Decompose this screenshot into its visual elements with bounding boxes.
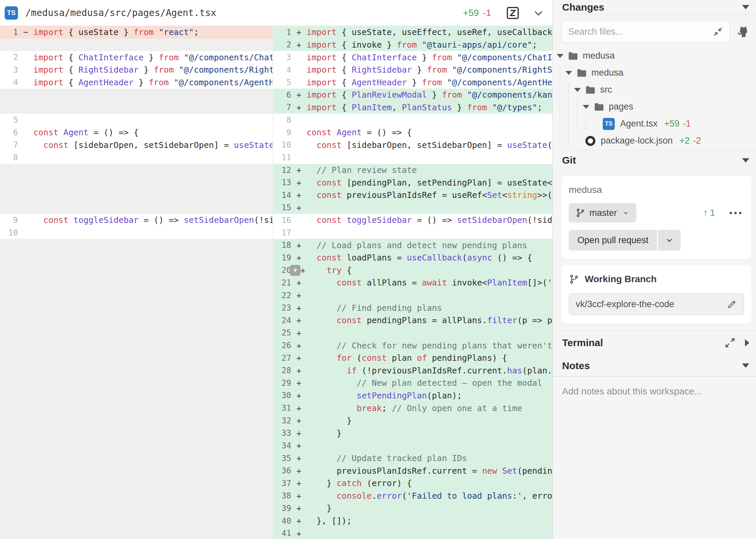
cat-icon[interactable] bbox=[735, 24, 751, 39]
line-number[interactable]: 35 bbox=[273, 454, 291, 463]
terminal-section-header[interactable]: Terminal bbox=[553, 330, 756, 355]
line-number[interactable]: 27 bbox=[273, 353, 291, 363]
more-options-button[interactable] bbox=[730, 212, 741, 214]
diff-line[interactable]: 1−import { useState } from "react"; bbox=[0, 26, 273, 39]
line-number[interactable]: 20 bbox=[273, 266, 291, 275]
collapse-tree-icon[interactable] bbox=[712, 26, 724, 37]
search-box[interactable] bbox=[561, 21, 730, 43]
line-number[interactable]: 15 bbox=[273, 203, 291, 212]
line-number[interactable]: 16 bbox=[273, 216, 291, 225]
line-number[interactable]: 28 bbox=[273, 366, 291, 375]
caret-down-icon[interactable] bbox=[557, 54, 563, 58]
line-number[interactable]: 37 bbox=[273, 479, 291, 488]
working-branch-field[interactable]: vk/3ccf-explore-the-code bbox=[569, 293, 744, 315]
diff-line[interactable]: 17 bbox=[273, 227, 552, 239]
diff-line[interactable]: 9 const toggleSidebar = () => setSidebar… bbox=[0, 214, 273, 227]
line-number[interactable]: 6 bbox=[273, 90, 291, 100]
line-number[interactable]: 9 bbox=[273, 128, 291, 137]
line-number[interactable]: 39 bbox=[273, 504, 291, 513]
tree-item-medusa[interactable]: medusa bbox=[557, 47, 751, 64]
diff-line[interactable]: 6const Agent = () => { bbox=[0, 126, 273, 139]
diff-line[interactable]: 12+ // Plan review state bbox=[273, 164, 552, 177]
line-number[interactable]: 22 bbox=[273, 291, 291, 300]
diff-line[interactable]: 4import { RightSidebar } from "@/compone… bbox=[273, 64, 552, 76]
line-number[interactable]: 10 bbox=[273, 140, 291, 150]
diff-line[interactable]: 39+ } bbox=[273, 502, 552, 515]
diff-line[interactable]: 28+ if (!previousPlanIdsRef.current.has(… bbox=[273, 364, 552, 377]
line-number[interactable]: 7 bbox=[0, 140, 18, 150]
changes-section-header[interactable]: Changes bbox=[553, 0, 756, 15]
diff-line[interactable]: 21+ const allPlans = await invoke<PlanIt… bbox=[273, 276, 552, 289]
line-number[interactable]: 10 bbox=[0, 228, 18, 238]
caret-down-icon[interactable] bbox=[583, 105, 589, 109]
pull-request-dropdown-button[interactable] bbox=[658, 230, 681, 251]
notes-section-header[interactable]: Notes bbox=[553, 355, 756, 376]
tree-item-src[interactable]: src bbox=[557, 81, 751, 98]
diff-line[interactable]: 6+import { PlanReviewModal } from "@/com… bbox=[273, 89, 552, 101]
diff-line[interactable]: 13+ const [pendingPlan, setPendingPlan] … bbox=[273, 176, 552, 189]
line-number[interactable]: 41 bbox=[273, 529, 291, 538]
diff-line[interactable]: 1+import { useState, useEffect, useRef, … bbox=[273, 26, 552, 39]
line-number[interactable]: 7 bbox=[273, 103, 291, 112]
diff-line[interactable]: 10 bbox=[0, 227, 273, 239]
line-number[interactable]: 4 bbox=[0, 78, 18, 87]
line-number[interactable]: 40 bbox=[273, 516, 291, 526]
expand-terminal-icon[interactable] bbox=[724, 337, 736, 348]
line-number[interactable]: 1 bbox=[273, 28, 291, 37]
diff-line[interactable]: 29+ // New plan detected — open the moda… bbox=[273, 377, 552, 389]
line-number[interactable]: 38 bbox=[273, 491, 291, 500]
diff-line[interactable]: 36+ previousPlanIdsRef.current = new Set… bbox=[273, 464, 552, 477]
diff-line[interactable]: 11 bbox=[273, 151, 552, 164]
line-number[interactable]: 23 bbox=[273, 303, 291, 312]
diff-line[interactable]: 16 const toggleSidebar = () => setSideba… bbox=[273, 214, 552, 227]
branch-selector[interactable]: master bbox=[569, 203, 636, 223]
line-number[interactable]: 17 bbox=[273, 228, 291, 238]
caret-down-icon[interactable] bbox=[565, 71, 572, 75]
diff-line[interactable]: 5import { AgentHeader } from "@/componen… bbox=[273, 76, 552, 89]
line-number[interactable]: 36 bbox=[273, 466, 291, 475]
line-number[interactable]: 31 bbox=[273, 403, 291, 413]
diff-line[interactable]: 2+import { invoke } from "@tauri-apps/ap… bbox=[273, 39, 552, 51]
line-number[interactable]: 2 bbox=[0, 53, 18, 62]
diff-line[interactable]: 8 bbox=[0, 151, 273, 164]
line-number[interactable]: 19 bbox=[273, 253, 291, 263]
diff-line[interactable]: 40+ }, []); bbox=[273, 515, 552, 527]
diff-line[interactable]: 7 const [sidebarOpen, setSidebarOpen] = … bbox=[0, 139, 273, 151]
diff-line[interactable]: 15+ bbox=[273, 202, 552, 214]
line-number[interactable]: 14 bbox=[273, 191, 291, 200]
line-number[interactable]: 8 bbox=[0, 153, 18, 162]
notes-editor[interactable]: Add notes about this workspace... bbox=[553, 376, 756, 406]
caret-down-icon[interactable] bbox=[574, 88, 581, 92]
git-section-header[interactable]: Git bbox=[553, 150, 756, 171]
line-number[interactable]: 9 bbox=[0, 216, 18, 225]
diff-line[interactable]: 10 const [sidebarOpen, setSidebarOpen] =… bbox=[273, 139, 552, 151]
diff-line[interactable]: 31+ break; // Only open one at a time bbox=[273, 402, 552, 414]
line-number[interactable]: 18 bbox=[273, 241, 291, 250]
diff-line[interactable]: 2import { ChatInterface } from "@/compon… bbox=[0, 51, 273, 64]
line-number[interactable]: 13 bbox=[273, 178, 291, 187]
collapse-section-icon[interactable] bbox=[742, 158, 749, 163]
diff-line[interactable]: 7+import { PlanItem, PlanStatus } from "… bbox=[273, 101, 552, 114]
diff-line[interactable]: 4import { AgentHeader } from "@/componen… bbox=[0, 76, 273, 89]
diff-line[interactable]: 3import { RightSidebar } from "@/compone… bbox=[0, 64, 273, 76]
diff-line[interactable]: 22+ bbox=[273, 289, 552, 302]
tree-item-pages[interactable]: pages bbox=[557, 98, 751, 115]
diff-line[interactable]: 38+ console.error('Failed to load plans:… bbox=[273, 490, 552, 502]
open-pull-request-button[interactable]: Open pull request bbox=[569, 230, 657, 251]
commits-ahead-badge[interactable]: ↑ 1 bbox=[703, 207, 715, 219]
diff-line[interactable]: 27+ for (const plan of pendingPlans) { bbox=[273, 352, 552, 364]
line-number[interactable]: 33 bbox=[273, 428, 291, 438]
line-number[interactable]: 3 bbox=[273, 53, 291, 62]
diff-line[interactable]: 37+ } catch (error) { bbox=[273, 477, 552, 490]
line-number[interactable]: 1 bbox=[0, 28, 18, 37]
line-number[interactable]: 8 bbox=[273, 115, 291, 125]
line-number[interactable]: 11 bbox=[273, 153, 291, 162]
line-number[interactable]: 5 bbox=[0, 115, 18, 125]
diff-line[interactable]: 34+ bbox=[273, 439, 552, 452]
line-number[interactable]: 12 bbox=[273, 166, 291, 175]
diff-line[interactable]: 3import { ChatInterface } from "@/compon… bbox=[273, 51, 552, 64]
line-number[interactable]: 29 bbox=[273, 378, 291, 388]
expand-section-icon[interactable] bbox=[745, 339, 749, 346]
collapse-section-icon[interactable] bbox=[742, 5, 749, 9]
line-number[interactable]: 2 bbox=[273, 40, 291, 49]
